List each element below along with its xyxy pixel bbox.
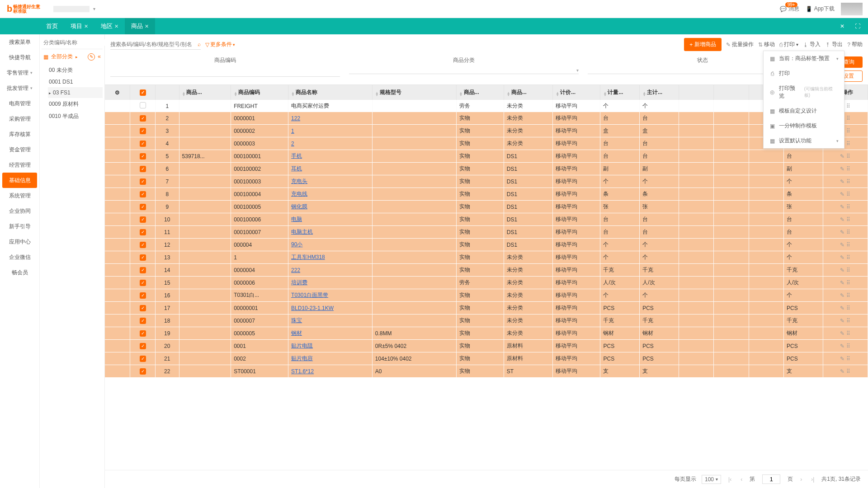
row-checkbox[interactable]: ✓ [140,153,146,160]
sidebar-item-系统管理[interactable]: 系统管理 [0,188,39,203]
table-row[interactable]: ✓150000006培训费劳务未分类移动平均人/次人/次人/次✎⠿ [105,277,868,289]
product-name-link[interactable]: 90小 [291,241,302,248]
gear-icon[interactable]: ⚙ [115,89,120,96]
dd-set-default[interactable]: ▦设置默认功能▾ [764,133,844,148]
row-more-icon[interactable]: ⠿ [846,254,850,261]
column-header[interactable]: ▲▼计量... [600,85,640,100]
sort-icon[interactable]: ▲▼ [291,92,295,96]
product-name-link[interactable]: 2 [291,141,294,147]
row-edit-icon[interactable]: ✎ [840,153,844,160]
column-header[interactable] [155,85,179,100]
company-selector[interactable]: ▾ [53,6,95,12]
product-name-link[interactable]: 122 [291,115,300,122]
table-row[interactable]: 1FREIGHT电商买家付运费劳务未分类移动平均个个✎⠿ [105,100,868,112]
row-more-icon[interactable]: ⠿ [846,178,850,185]
collapse-panel-icon[interactable]: « [98,53,101,61]
sort-icon[interactable]: ▲▼ [234,92,237,96]
first-page-button[interactable]: |‹ [726,476,733,483]
dd-template-custom[interactable]: ▦模板自定义设计 [764,103,844,118]
row-more-icon[interactable]: ⠿ [846,128,850,134]
app-download-button[interactable]: 📱 App下载 [806,5,835,13]
row-checkbox[interactable]: ✓ [140,115,146,122]
row-checkbox[interactable]: ✓ [140,330,146,337]
row-checkbox[interactable]: ✓ [140,280,146,286]
row-edit-icon[interactable]: ✎ [840,166,844,172]
tab-商品[interactable]: 商品✕ [125,18,155,34]
column-header[interactable]: ▲▼主计... [640,85,679,100]
export-button[interactable]: ⭱导出 [825,41,843,48]
page-input[interactable] [762,474,780,484]
table-row[interactable]: ✓1200000490小实物DS1移动平均个个个✎⠿ [105,239,868,251]
expand-icon[interactable]: ▸ [49,91,51,95]
table-row[interactable]: ✓210002贴片电容104±10% 0402实物原材料移动平均PCSPCSPC… [105,352,868,365]
sort-icon[interactable]: ▲▼ [603,92,607,96]
column-header[interactable]: ▲▼商品名称 [288,85,373,100]
category-search[interactable]: ⌕ [42,38,103,49]
sidebar-item-零售管理[interactable]: 零售管理▾ [0,65,39,80]
column-header[interactable]: ▲▼商品... [504,85,552,100]
tab-close-button[interactable]: ✕ [837,21,847,31]
category-item[interactable]: ▸03 FS1 [48,87,103,98]
column-header[interactable]: ▲▼计价... [553,85,600,100]
sort-icon[interactable]: ▲▼ [375,92,379,96]
messages-button[interactable]: 💬 消息 99+ [780,5,799,13]
row-checkbox[interactable]: ✓ [140,292,146,299]
sidebar-item-企业微信[interactable]: 企业微信 [0,249,39,265]
fullscreen-icon[interactable]: ⛶ [853,21,863,31]
row-checkbox[interactable]: ✓ [140,267,146,273]
category-search-input[interactable] [43,39,111,46]
table-row[interactable]: ✓5539718...000100001手机实物DS1移动平均台台台✎⠿ [105,150,868,163]
row-edit-icon[interactable]: ✎ [840,178,844,185]
row-more-icon[interactable]: ⠿ [846,292,850,299]
row-more-icon[interactable]: ⠿ [846,141,850,147]
table-row[interactable]: ✓7000100003充电头实物DS1移动平均个个个✎⠿ [105,175,868,188]
sort-icon[interactable]: ▲▼ [459,92,463,96]
product-name-link[interactable]: 贴片电容 [291,355,313,361]
row-edit-icon[interactable]: ✎ [840,368,844,375]
product-name-link[interactable]: 钢化膜 [291,203,307,210]
print-button[interactable]: ⎙打印▾ [779,41,798,48]
row-more-icon[interactable]: ⠿ [846,191,850,197]
row-edit-icon[interactable]: ✎ [840,216,844,223]
row-more-icon[interactable]: ⠿ [846,115,850,122]
row-edit-icon[interactable]: ✎ [840,356,844,362]
row-more-icon[interactable]: ⠿ [846,204,850,210]
row-checkbox[interactable]: ✓ [140,229,146,235]
sidebar-item-企业协同[interactable]: 企业协同 [0,203,39,219]
batch-ops-button[interactable]: ✎批量操作 [726,41,754,48]
row-edit-icon[interactable]: ✎ [840,204,844,210]
row-checkbox[interactable]: ✓ [140,254,146,261]
sidebar-item-经营管理[interactable]: 经营管理 [0,157,39,173]
row-checkbox[interactable]: ✓ [140,368,146,375]
row-more-icon[interactable]: ⠿ [846,343,850,349]
tab-首页[interactable]: 首页 [40,18,64,34]
column-header[interactable]: ▲▼商品编码 [231,85,288,100]
row-edit-icon[interactable]: ✎ [840,330,844,337]
sidebar-item-应用中心[interactable]: 应用中心 [0,234,39,249]
row-more-icon[interactable]: ⠿ [846,368,850,375]
row-more-icon[interactable]: ⠿ [846,103,850,109]
table-row[interactable]: ✓180000007珠宝实物未分类移动平均千克千克千克✎⠿ [105,314,868,327]
row-edit-icon[interactable]: ✎ [840,343,844,349]
sort-icon[interactable]: ▲▼ [507,92,510,96]
product-name-link[interactable]: 贴片电阻 [291,343,313,349]
table-row[interactable]: ✓190000005钢材0.8MM实物未分类移动平均钢材钢材钢材✎⠿ [105,327,868,340]
row-edit-icon[interactable]: ✎ [840,280,844,286]
table-row[interactable]: ✓300000021实物未分类移动平均盒盒盒✎⠿ [105,125,868,137]
category-item[interactable]: 0009 原材料 [48,98,103,110]
table-row[interactable]: ✓10000100006电脑实物DS1移动平均台台台✎⠿ [105,213,868,226]
tab-地区[interactable]: 地区✕ [94,18,125,34]
sort-icon[interactable]: ▲▼ [556,92,559,96]
row-checkbox[interactable]: ✓ [140,305,146,311]
move-button[interactable]: ⇅移动 [758,41,775,48]
row-more-icon[interactable]: ⠿ [846,280,850,286]
row-more-icon[interactable]: ⠿ [846,166,850,172]
next-page-button[interactable]: › [798,476,804,483]
column-header[interactable]: ⚙ [105,85,130,100]
import-button[interactable]: ⭳导入 [803,41,821,48]
sidebar-item-电商管理[interactable]: 电商管理 [0,96,39,111]
row-more-icon[interactable]: ⠿ [846,153,850,160]
column-header[interactable]: ▲▼商品... [456,85,504,100]
product-name-link[interactable]: T0301白面黑带 [291,292,328,298]
sidebar-item-基础信息[interactable]: 基础信息 [2,173,37,188]
